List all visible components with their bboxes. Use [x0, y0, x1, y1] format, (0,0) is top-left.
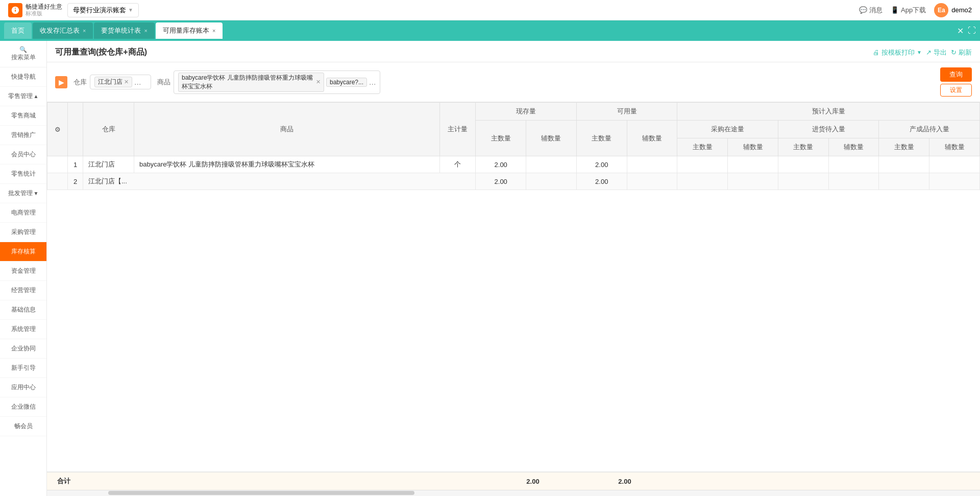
sidebar-item-finance[interactable]: 资金管理	[0, 262, 46, 281]
product-label: 商品	[157, 78, 170, 87]
cell-gear	[47, 156, 68, 173]
sidebar-item-retail-store[interactable]: 零售商城	[0, 106, 46, 126]
subtotal-avail-main: 2.00	[576, 173, 627, 190]
tab-home[interactable]: 首页	[4, 22, 32, 39]
warehouse-filter-input[interactable]: 江北门店 ✕ ...	[90, 75, 151, 89]
horizontal-scrollbar[interactable]	[47, 490, 980, 496]
main-layout: 🔍 搜索菜单 快捷导航 零售管理 ▲ 零售商城 营销推广 会员中心 零售统计 批…	[0, 41, 980, 496]
cell-p-sub	[728, 156, 778, 173]
refresh-button[interactable]: ↻ 刷新	[951, 48, 972, 57]
cell-pp-sub	[828, 156, 879, 173]
subtotal-prod-sub	[929, 173, 980, 190]
sidebar-item-new-guide[interactable]: 新手引导	[0, 359, 46, 378]
subtotal-stock-sub	[526, 173, 577, 190]
subtotal-label: 江北门店【...	[83, 173, 476, 190]
export-button[interactable]: ↗ 导出	[926, 48, 947, 57]
subtotal-avail-sub	[627, 173, 677, 190]
subtotal-pp-sub	[828, 173, 879, 190]
nav-right-icons: ✕ ⛶	[957, 26, 976, 36]
th-available-group: 可用量	[576, 103, 677, 121]
close-icon[interactable]: ×	[144, 28, 147, 34]
settings-button[interactable]: 设置	[940, 84, 972, 97]
gear-icon[interactable]: ⚙	[55, 126, 61, 133]
content-area: 可用量查询(按仓库+商品) 🖨 按模板打印 ▼ ↗ 导出 ↻ 刷新 ▶	[47, 41, 980, 496]
th-stock-main: 主数量	[476, 121, 526, 156]
sidebar-item-operations[interactable]: 经营管理	[0, 281, 46, 300]
sidebar-item-system[interactable]: 系统管理	[0, 320, 46, 339]
cell-num: 1	[68, 156, 83, 173]
message-icon: 💬	[859, 6, 867, 14]
chevron-up-icon: ▲	[34, 93, 39, 99]
top-bar: 畅捷通好生意 标准版 母婴行业演示账套 ▼ 💬 消息 📱 App下载 Ea de…	[0, 0, 980, 20]
industry-select[interactable]: 母婴行业演示账套 ▼	[67, 3, 139, 17]
message-button[interactable]: 💬 消息	[859, 6, 883, 15]
subtotal-stock-main: 2.00	[476, 173, 526, 190]
query-button[interactable]: 查询	[940, 67, 972, 82]
sidebar-item-members[interactable]: 会员中心	[0, 145, 46, 164]
sidebar-item-member-plus[interactable]: 畅会员	[0, 417, 46, 436]
footer-avail-main: 2.00	[602, 478, 648, 485]
sidebar-item-enterprise-collab[interactable]: 企业协同	[0, 339, 46, 359]
cell-avail-main: 2.00	[576, 156, 627, 173]
product-more-icon[interactable]: ...	[369, 78, 376, 87]
remove-warehouse-tag-icon[interactable]: ✕	[124, 79, 129, 85]
th-main-unit: 主计量	[440, 103, 476, 156]
subtotal-p-sub	[728, 173, 778, 190]
app-download-button[interactable]: 📱 App下载	[891, 6, 926, 15]
logo-area: 畅捷通好生意 标准版	[8, 3, 62, 17]
sidebar-item-wholesale-mgmt[interactable]: 批发管理 ▼	[0, 184, 46, 203]
filter-toggle-button[interactable]: ▶	[55, 76, 67, 88]
chevron-down-icon: ▼	[34, 191, 39, 196]
sidebar-item-purchase[interactable]: 采购管理	[0, 223, 46, 242]
remove-product-tag1-icon[interactable]: ✕	[316, 79, 321, 85]
cell-prod-sub	[929, 156, 980, 173]
search-icon: 🔍	[19, 46, 27, 53]
sidebar-item-inventory[interactable]: 库存核算	[0, 242, 46, 262]
print-button[interactable]: 🖨 按模板打印 ▼	[873, 48, 922, 57]
sidebar-item-marketing[interactable]: 营销推广	[0, 126, 46, 145]
cell-avail-sub	[627, 156, 677, 173]
sidebar-item-app-center[interactable]: 应用中心	[0, 378, 46, 397]
cell-p-main	[677, 156, 728, 173]
avatar: Ea	[934, 3, 948, 17]
sidebar-item-retail-mgmt[interactable]: 零售管理 ▲	[0, 87, 46, 106]
tab-receive-summary[interactable]: 收发存汇总表 ×	[33, 22, 93, 39]
close-window-icon[interactable]: ✕	[957, 26, 964, 36]
sidebar-item-quick-nav[interactable]: 快捷导航	[0, 67, 46, 87]
th-current-stock-group: 现存量	[476, 103, 577, 121]
tab-available-stock[interactable]: 可用量库存账本 ×	[156, 22, 223, 39]
th-forecast-group: 预计入库量	[677, 103, 980, 121]
close-icon[interactable]: ×	[212, 28, 215, 34]
page-actions: 🖨 按模板打印 ▼ ↗ 导出 ↻ 刷新	[873, 48, 972, 57]
th-purchase-pending-group: 进货待入量	[778, 121, 879, 138]
tab-order-stats[interactable]: 要货单统计表 ×	[94, 22, 154, 39]
sidebar-item-basic-info[interactable]: 基础信息	[0, 300, 46, 320]
th-avail-main: 主数量	[576, 121, 627, 156]
nav-tabs: 首页 收发存汇总表 × 要货单统计表 × 可用量库存账本 × ✕ ⛶	[0, 20, 980, 41]
warehouse-tag: 江北门店 ✕	[94, 77, 132, 87]
th-product: 商品	[134, 103, 440, 156]
warehouse-filter-group: 仓库 江北门店 ✕ ...	[74, 75, 151, 89]
scrollbar-thumb[interactable]	[108, 491, 414, 495]
sidebar-item-enterprise-wechat[interactable]: 企业微信	[0, 397, 46, 417]
print-icon: 🖨	[873, 49, 879, 56]
cell-stock-main: 2.00	[476, 156, 526, 173]
th-pp-sub: 辅数量	[828, 138, 879, 156]
filter-bar: ▶ 仓库 江北门店 ✕ ... 商品 babycare学饮杯 儿童防摔防撞吸管杯…	[47, 62, 980, 102]
th-prod-main: 主数量	[879, 138, 929, 156]
dropdown-arrow-icon: ▼	[917, 50, 922, 55]
sidebar: 🔍 搜索菜单 快捷导航 零售管理 ▲ 零售商城 营销推广 会员中心 零售统计 批…	[0, 41, 47, 496]
sidebar-item-ecommerce[interactable]: 电商管理	[0, 203, 46, 223]
maximize-icon[interactable]: ⛶	[968, 26, 976, 35]
th-pp-main: 主数量	[778, 138, 828, 156]
product-filter-input[interactable]: babycare学饮杯 儿童防摔防撞吸管杯重力球吸嘴杯宝宝水杯 ✕ babyca…	[174, 70, 380, 94]
logo-icon	[8, 3, 22, 17]
close-icon[interactable]: ×	[83, 28, 86, 34]
th-gear: ⚙	[47, 103, 68, 156]
user-menu[interactable]: Ea demo2	[934, 3, 972, 17]
sidebar-item-retail-stats[interactable]: 零售统计	[0, 164, 46, 184]
sidebar-search[interactable]: 🔍 搜索菜单	[0, 41, 46, 67]
page-title: 可用量查询(按仓库+商品)	[55, 47, 147, 58]
th-purchase-transit-group: 采购在途量	[677, 121, 778, 138]
warehouse-more-icon[interactable]: ...	[134, 78, 141, 87]
